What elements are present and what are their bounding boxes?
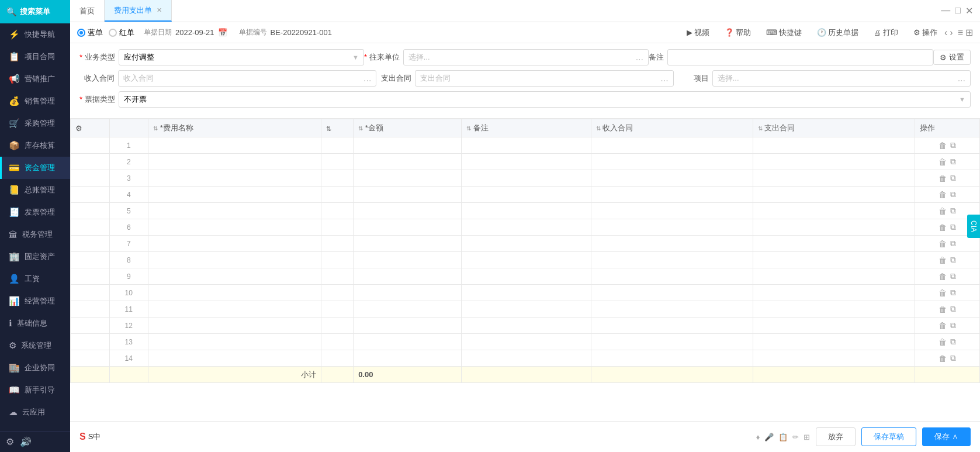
copy-row-10-icon[interactable]: ⧉: [950, 288, 956, 298]
row-expense-contract-7[interactable]: [753, 236, 915, 252]
save-button[interactable]: 保存 ∧: [922, 427, 971, 446]
sidebar-item-fund[interactable]: 💳资金管理: [0, 157, 70, 179]
copy-row-5-icon[interactable]: ⧉: [950, 206, 956, 216]
row-expense-name-10[interactable]: [148, 285, 321, 301]
nav-prev-button[interactable]: ‹: [944, 27, 947, 38]
row-expense-name-12[interactable]: [148, 318, 321, 334]
row-amount-13[interactable]: [354, 334, 462, 350]
sidebar-item-new-guide[interactable]: 📖新手引导: [0, 379, 70, 401]
row-expense-contract-14[interactable]: [753, 350, 915, 367]
row-expense-contract-10[interactable]: [753, 285, 915, 301]
copy-row-1-icon[interactable]: ⧉: [950, 140, 956, 150]
row-expense-contract-5[interactable]: [753, 203, 915, 219]
history-toolbar-button[interactable]: 🕐历史单据: [812, 26, 863, 39]
row-amount-10[interactable]: [354, 285, 462, 301]
row-amount-11[interactable]: [354, 301, 462, 318]
tab-home[interactable]: 首页: [70, 0, 105, 22]
row-income-contract-13[interactable]: [591, 334, 753, 350]
row-expense-contract-8[interactable]: [753, 252, 915, 268]
business-type-select[interactable]: 应付调整 ▼: [119, 49, 364, 65]
row-expense-name-1[interactable]: [148, 137, 321, 154]
delete-row-7-icon[interactable]: 🗑: [939, 239, 947, 249]
delete-row-6-icon[interactable]: 🗑: [939, 223, 947, 232]
project-dots[interactable]: ...: [958, 73, 965, 84]
row-income-contract-3[interactable]: [591, 170, 753, 187]
project-input[interactable]: 选择... ...: [712, 70, 971, 87]
audio-icon[interactable]: 🔊: [20, 436, 32, 447]
sidebar-item-marketing[interactable]: 📢营销推广: [0, 68, 70, 90]
cia-side-tab[interactable]: CIA: [967, 214, 980, 237]
delete-row-11-icon[interactable]: 🗑: [939, 305, 947, 314]
row-remark-11[interactable]: [461, 301, 591, 318]
row-amount-9[interactable]: [354, 268, 462, 285]
save-draft-button[interactable]: 保存草稿: [861, 427, 916, 446]
delete-row-2-icon[interactable]: 🗑: [939, 157, 947, 167]
calendar-icon[interactable]: 📅: [218, 28, 227, 37]
row-remark-12[interactable]: [461, 318, 591, 334]
copy-row-9-icon[interactable]: ⧉: [950, 271, 956, 281]
row-remark-6[interactable]: [461, 219, 591, 236]
print-toolbar-button[interactable]: 🖨打印: [869, 26, 903, 39]
expense-name-sort-up[interactable]: ⇅: [153, 125, 158, 132]
minimize-button[interactable]: —: [941, 5, 950, 16]
col-sort-arrows[interactable]: ⇅: [321, 119, 353, 137]
delete-row-13-icon[interactable]: 🗑: [939, 337, 947, 347]
expense-contract-dots[interactable]: ...: [660, 73, 668, 84]
row-income-contract-10[interactable]: [591, 285, 753, 301]
delete-row-14-icon[interactable]: 🗑: [939, 354, 947, 363]
sidebar-item-payroll[interactable]: 👤工资: [0, 268, 70, 290]
row-remark-10[interactable]: [461, 285, 591, 301]
remarks-input[interactable]: [667, 49, 933, 65]
delete-row-3-icon[interactable]: 🗑: [939, 174, 947, 183]
delete-row-9-icon[interactable]: 🗑: [939, 272, 947, 281]
row-income-contract-11[interactable]: [591, 301, 753, 318]
income-contract-dots[interactable]: ...: [363, 73, 371, 84]
close-button[interactable]: ✕: [965, 5, 973, 16]
footer-icon-diamond[interactable]: ♦: [756, 433, 760, 441]
invoice-type-select[interactable]: 不开票 ▼: [119, 91, 971, 108]
delete-row-4-icon[interactable]: 🗑: [939, 190, 947, 199]
row-amount-14[interactable]: [354, 350, 462, 367]
copy-row-11-icon[interactable]: ⧉: [950, 304, 956, 314]
row-income-contract-1[interactable]: [591, 137, 753, 154]
row-expense-name-3[interactable]: [148, 170, 321, 187]
row-expense-contract-2[interactable]: [753, 154, 915, 170]
maximize-button[interactable]: □: [955, 5, 961, 16]
sidebar-item-purchase[interactable]: 🛒采购管理: [0, 112, 70, 134]
row-income-contract-2[interactable]: [591, 154, 753, 170]
sidebar-item-project-contract[interactable]: 📋项目合同: [0, 46, 70, 68]
sidebar-item-sales[interactable]: 💰销售管理: [0, 90, 70, 112]
sidebar-item-enterprise[interactable]: 🏬企业协同: [0, 357, 70, 379]
tab-close-expense-bill[interactable]: ✕: [157, 6, 162, 14]
delete-row-10-icon[interactable]: 🗑: [939, 288, 947, 298]
row-expense-contract-11[interactable]: [753, 301, 915, 318]
settings-button[interactable]: ⚙ 设置: [933, 50, 971, 65]
row-expense-name-5[interactable]: [148, 203, 321, 219]
row-income-contract-5[interactable]: [591, 203, 753, 219]
sidebar-item-invoice[interactable]: 🧾发票管理: [0, 201, 70, 223]
row-expense-name-7[interactable]: [148, 236, 321, 252]
row-expense-name-6[interactable]: [148, 219, 321, 236]
sidebar-item-fixed-asset[interactable]: 🏢固定资产: [0, 246, 70, 268]
sidebar-item-ledger[interactable]: 📒总账管理: [0, 179, 70, 201]
copy-row-13-icon[interactable]: ⧉: [950, 337, 956, 347]
settings-icon[interactable]: ⚙: [6, 436, 14, 447]
row-amount-5[interactable]: [354, 203, 462, 219]
copy-row-3-icon[interactable]: ⧉: [950, 173, 956, 183]
sidebar-item-tax[interactable]: 🏛税务管理: [0, 223, 70, 246]
row-income-contract-12[interactable]: [591, 318, 753, 334]
row-amount-4[interactable]: [354, 187, 462, 203]
blue-bill-radio[interactable]: 蓝单: [77, 27, 103, 38]
remark-sort-icon[interactable]: ⇅: [466, 125, 471, 132]
sidebar-item-system[interactable]: ⚙系统管理: [0, 334, 70, 357]
sidebar-header[interactable]: 🔍 搜索菜单: [0, 0, 70, 23]
counterpart-input[interactable]: 选择... ...: [403, 49, 649, 65]
row-remark-5[interactable]: [461, 203, 591, 219]
row-expense-name-13[interactable]: [148, 334, 321, 350]
row-income-contract-8[interactable]: [591, 252, 753, 268]
footer-icon-check[interactable]: ✏: [792, 433, 799, 441]
row-income-contract-9[interactable]: [591, 268, 753, 285]
shortcut-toolbar-button[interactable]: ⌨快捷键: [761, 26, 806, 39]
grid-view-icon[interactable]: ⊞: [965, 27, 973, 38]
copy-row-12-icon[interactable]: ⧉: [950, 320, 956, 330]
